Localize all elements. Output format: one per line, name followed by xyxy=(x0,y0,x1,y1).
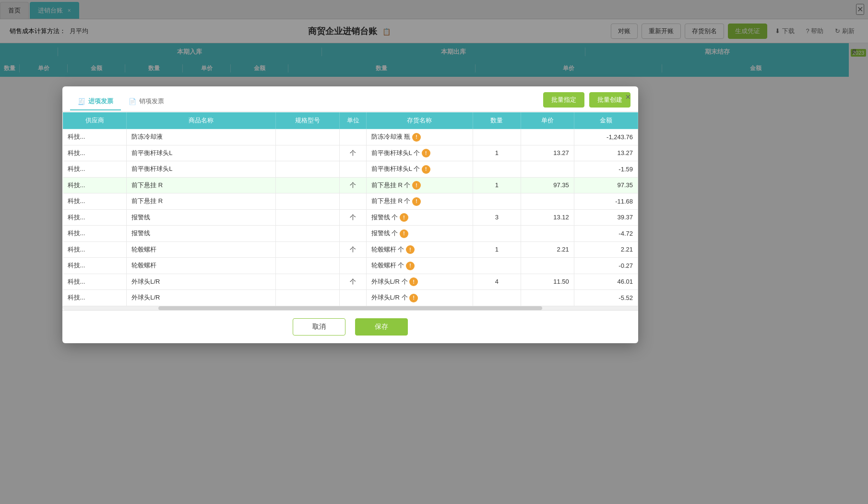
cell-quantity: 1 xyxy=(473,177,521,193)
cell-goods-name: 轮毂螺杆 xyxy=(127,241,276,258)
tab-purchase-invoice[interactable]: 🧾 进项发票 xyxy=(70,93,121,110)
cell-unit xyxy=(340,129,367,145)
cell-stock-name: 前平衡杆球头L 个 ! xyxy=(366,161,473,178)
cell-quantity xyxy=(473,193,521,210)
cell-supplier: 科技... xyxy=(63,193,127,210)
table-row: 科技... 外球头L/R 个 外球头L/R 个 ! 4 11.50 46.01 xyxy=(63,274,638,290)
cell-amount: -11.68 xyxy=(574,193,638,210)
cell-quantity xyxy=(473,226,521,242)
scrollbar-thumb[interactable] xyxy=(158,306,542,310)
cell-unit-price xyxy=(521,129,574,145)
table-row: 科技... 前下悬挂 R 前下悬挂 R 个 ! -11.68 xyxy=(63,193,638,210)
th-quantity: 数量 xyxy=(473,112,521,129)
modal-header-right: 批量指定 批量创建 xyxy=(543,92,630,111)
table-row: 科技... 报警线 个 报警线 个 ! 3 13.12 39.37 xyxy=(63,209,638,226)
cell-amount: -5.52 xyxy=(574,290,638,306)
cell-amount: -1,243.76 xyxy=(574,129,638,145)
cell-amount: 2.21 xyxy=(574,241,638,258)
cell-quantity: 1 xyxy=(473,145,521,161)
cell-amount: 97.35 xyxy=(574,177,638,193)
cell-unit-price: 13.27 xyxy=(521,145,574,161)
cell-quantity xyxy=(473,290,521,306)
warning-icon: ! xyxy=(412,133,421,142)
warning-icon: ! xyxy=(406,262,415,270)
table-header-row: 供应商 商品名称 规格型号 单位 存货名称 数量 单价 金额 xyxy=(63,112,638,129)
table-row: 科技... 外球头L/R 外球头L/R 个 ! -5.52 xyxy=(63,290,638,306)
cell-quantity xyxy=(473,129,521,145)
batch-create-button[interactable]: 批量创建 xyxy=(589,92,630,108)
modal-horizontal-scrollbar[interactable] xyxy=(62,306,638,310)
cell-stock-name: 防冻冷却液 瓶 ! xyxy=(366,129,473,145)
cell-goods-name: 外球头L/R xyxy=(127,274,276,290)
th-unit-price: 单价 xyxy=(521,112,574,129)
cell-unit-price: 11.50 xyxy=(521,274,574,290)
modal-table-body: 科技... 防冻冷却液 防冻冷却液 瓶 ! -1,243.76 科技... 前平… xyxy=(63,129,638,306)
cell-goods-name: 防冻冷却液 xyxy=(127,129,276,145)
cell-spec xyxy=(276,145,340,161)
cell-goods-name: 报警线 xyxy=(127,226,276,242)
cell-unit: 个 xyxy=(340,177,367,193)
table-row: 科技... 轮毂螺杆 轮毂螺杆 个 ! -0.27 xyxy=(63,258,638,274)
cell-stock-name: 外球头L/R 个 ! xyxy=(366,290,473,306)
warning-icon: ! xyxy=(422,165,430,174)
cell-stock-name: 轮毂螺杆 个 ! xyxy=(366,258,473,274)
cell-unit xyxy=(340,226,367,242)
cell-goods-name: 轮毂螺杆 xyxy=(127,258,276,274)
cell-spec xyxy=(276,226,340,242)
cell-amount: -4.72 xyxy=(574,226,638,242)
invoice-out-icon: 📄 xyxy=(129,98,136,105)
warning-icon: ! xyxy=(409,294,418,302)
invoice-table: 供应商 商品名称 规格型号 单位 存货名称 数量 单价 金额 科技... 防冻冷… xyxy=(62,112,638,306)
cell-unit: 个 xyxy=(340,241,367,258)
th-goods-name: 商品名称 xyxy=(127,112,276,129)
cell-spec xyxy=(276,177,340,193)
cell-amount: 39.37 xyxy=(574,209,638,226)
warning-icon: ! xyxy=(409,277,418,286)
modal-body[interactable]: 供应商 商品名称 规格型号 单位 存货名称 数量 单价 金额 科技... 防冻冷… xyxy=(62,112,638,306)
cell-goods-name: 外球头L/R xyxy=(127,290,276,306)
save-button[interactable]: 保存 xyxy=(355,318,408,336)
cell-goods-name: 报警线 xyxy=(127,209,276,226)
cell-spec xyxy=(276,129,340,145)
warning-icon: ! xyxy=(400,213,408,222)
cell-supplier: 科技... xyxy=(63,161,127,178)
th-spec: 规格型号 xyxy=(276,112,340,129)
cell-spec xyxy=(276,161,340,178)
cell-stock-name: 外球头L/R 个 ! xyxy=(366,274,473,290)
cell-spec xyxy=(276,274,340,290)
cell-supplier: 科技... xyxy=(63,241,127,258)
warning-icon: ! xyxy=(412,197,421,206)
cell-unit-price: 2.21 xyxy=(521,241,574,258)
cell-supplier: 科技... xyxy=(63,209,127,226)
table-row: 科技... 前平衡杆球头L 个 前平衡杆球头L 个 ! 1 13.27 13.2… xyxy=(63,145,638,161)
cell-quantity: 3 xyxy=(473,209,521,226)
tab-sales-invoice[interactable]: 📄 销项发票 xyxy=(121,93,172,110)
cell-goods-name: 前平衡杆球头L xyxy=(127,161,276,178)
cell-supplier: 科技... xyxy=(63,129,127,145)
cell-spec xyxy=(276,193,340,210)
cell-stock-name: 前平衡杆球头L 个 ! xyxy=(366,145,473,161)
cell-amount: -0.27 xyxy=(574,258,638,274)
modal-dialog: 🧾 进项发票 📄 销项发票 批量指定 批量创建 × 供应商 商品名称 规格型号 … xyxy=(62,86,638,343)
th-unit: 单位 xyxy=(340,112,367,129)
cell-unit-price xyxy=(521,193,574,210)
batch-assign-button[interactable]: 批量指定 xyxy=(543,92,584,108)
cell-stock-name: 前下悬挂 R 个 ! xyxy=(366,193,473,210)
cell-spec xyxy=(276,209,340,226)
invoice-in-icon: 🧾 xyxy=(78,98,85,105)
modal-close-button[interactable]: × xyxy=(625,92,630,102)
cell-quantity xyxy=(473,161,521,178)
table-row: 科技... 前平衡杆球头L 前平衡杆球头L 个 ! -1.59 xyxy=(63,161,638,178)
cancel-button[interactable]: 取消 xyxy=(293,318,345,336)
warning-icon: ! xyxy=(400,229,408,238)
cell-unit: 个 xyxy=(340,145,367,161)
cell-supplier: 科技... xyxy=(63,258,127,274)
modal-header: 🧾 进项发票 📄 销项发票 批量指定 批量创建 × xyxy=(62,86,638,112)
cell-goods-name: 前下悬挂 R xyxy=(127,193,276,210)
warning-icon: ! xyxy=(422,149,430,157)
cell-unit-price xyxy=(521,258,574,274)
cell-unit xyxy=(340,161,367,178)
cell-stock-name: 前下悬挂 R 个 ! xyxy=(366,177,473,193)
cell-stock-name: 报警线 个 ! xyxy=(366,226,473,242)
cell-quantity: 1 xyxy=(473,241,521,258)
